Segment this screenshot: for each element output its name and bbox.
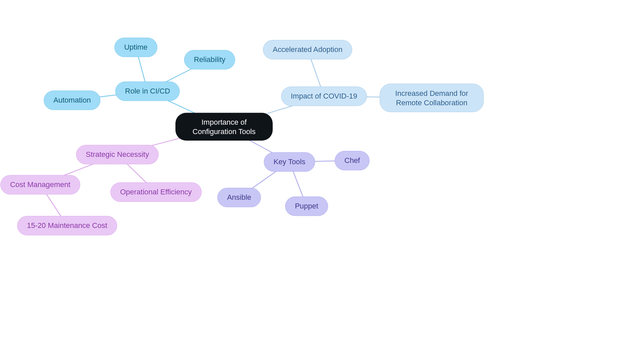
node-reliability[interactable]: Reliability	[184, 50, 235, 69]
node-automation[interactable]: Automation	[44, 90, 100, 110]
node-remote[interactable]: Increased Demand for Remote Collaboratio…	[380, 84, 484, 112]
node-puppet[interactable]: Puppet	[285, 196, 328, 216]
node-accel[interactable]: Accelerated Adoption	[263, 40, 352, 59]
node-center[interactable]: Importance of Configuration Tools	[175, 113, 273, 141]
node-costmgmt[interactable]: Cost Management	[0, 175, 80, 194]
node-uptime[interactable]: Uptime	[114, 38, 157, 57]
node-covid[interactable]: Impact of COVID-19	[281, 86, 367, 106]
node-cicd[interactable]: Role in CI/CD	[115, 81, 180, 101]
node-strategic[interactable]: Strategic Necessity	[76, 145, 159, 164]
node-ansible[interactable]: Ansible	[217, 188, 261, 207]
node-efficiency[interactable]: Operational Efficiency	[110, 182, 202, 202]
node-maint[interactable]: 15-20 Maintenance Cost	[17, 216, 117, 235]
node-chef[interactable]: Chef	[335, 151, 370, 170]
node-tools[interactable]: Key Tools	[264, 152, 315, 172]
